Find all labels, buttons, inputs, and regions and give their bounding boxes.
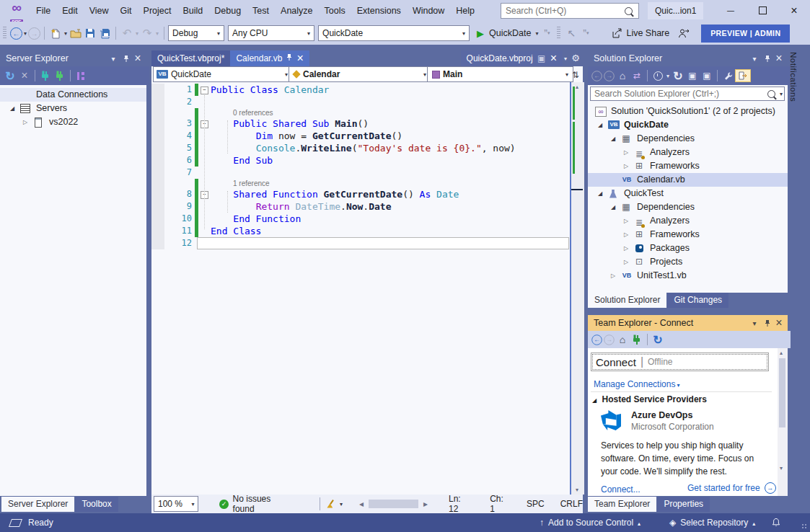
preview-selected-items-toggle[interactable] — [735, 69, 751, 82]
maximize-button[interactable] — [747, 0, 778, 21]
member-dropdown[interactable]: Main — [427, 66, 573, 82]
sql-object-explorer-icon[interactable] — [74, 68, 88, 83]
startup-project-dropdown[interactable]: QuickDate — [318, 25, 470, 41]
run-dropdown-icon[interactable] — [535, 30, 538, 37]
tree-item-analyzers[interactable]: ▷Analyzers — [588, 214, 788, 228]
menu-project[interactable]: Project — [138, 0, 177, 22]
collapse-icon[interactable]: ◢ — [608, 200, 618, 214]
tree-item-analyzers[interactable]: ▷Analyzers — [588, 146, 788, 159]
save-all-icon[interactable] — [97, 26, 112, 40]
minimize-button[interactable] — [715, 0, 747, 21]
horizontal-scrollbar-thumb[interactable] — [369, 500, 418, 508]
panel-menu-icon[interactable] — [749, 51, 760, 66]
code-line[interactable]: 9 Return DateTime.Now.Date — [151, 200, 570, 213]
solution-configuration-dropdown[interactable]: Debug — [168, 25, 224, 41]
tab-team-explorer[interactable]: Team Explorer — [588, 497, 656, 512]
collapse-region-icon[interactable] — [201, 87, 208, 94]
keep-open-icon[interactable] — [537, 54, 546, 63]
issues-label[interactable]: No issues found — [233, 494, 291, 514]
notifications-tab[interactable]: Notifications — [789, 52, 798, 102]
tab-quickdate-vbproj-preview[interactable]: QuickDate.vbproj — [461, 50, 563, 66]
tab-quicktest-vbproj[interactable]: QuickTest.vbproj* — [151, 50, 230, 66]
hosted-providers-section[interactable]: ◢ Hosted Service Providers — [592, 394, 707, 404]
home-icon[interactable] — [615, 332, 630, 347]
code-cleanup-icon[interactable] — [324, 497, 338, 511]
live-share-button[interactable]: Live Share — [612, 28, 669, 38]
add-to-source-control-button[interactable]: Add to Source Control — [540, 513, 640, 532]
code-cleanup-dropdown-icon[interactable] — [340, 501, 343, 507]
show-all-files-icon[interactable] — [700, 68, 714, 83]
collapse-all-icon[interactable] — [685, 68, 700, 83]
expand-icon[interactable]: ▷ — [621, 255, 631, 269]
menu-debug[interactable]: Debug — [208, 0, 247, 22]
code-line[interactable]: 8 Shared Function GetCurrentDate() As Da… — [151, 188, 570, 200]
codelens-row[interactable]: 1 reference — [151, 179, 570, 188]
tree-item-vs2022[interactable]: ▷vs2022 — [0, 115, 146, 129]
sync-with-active-document-icon[interactable] — [630, 68, 644, 83]
tab-properties[interactable]: Properties — [657, 497, 710, 512]
split-window-icon[interactable] — [568, 68, 583, 82]
tree-item-data-connections[interactable]: Data Connections — [0, 88, 146, 102]
menu-file[interactable]: File — [30, 0, 56, 22]
zoom-dropdown[interactable]: 100 % — [154, 496, 198, 512]
connect-page-header[interactable]: Connect | Offline — [591, 353, 769, 371]
new-file-icon[interactable] — [48, 26, 63, 40]
codelens-references[interactable]: 0 references — [211, 108, 570, 118]
line-indicator[interactable]: Ln: 12 — [449, 494, 471, 514]
codelens-references[interactable]: 1 reference — [211, 179, 570, 188]
solution-platform-dropdown[interactable]: Any CPU — [228, 25, 314, 41]
open-file-icon[interactable] — [69, 26, 83, 40]
redo-icon[interactable] — [140, 26, 154, 40]
hot-reload-icon[interactable]: ”▾ — [540, 26, 554, 40]
visual-studio-logo-icon[interactable]: ∞PRE — [6, 2, 27, 21]
close-icon[interactable] — [296, 50, 303, 67]
pin-icon[interactable] — [762, 51, 773, 66]
back-icon[interactable] — [591, 71, 602, 81]
expand-icon[interactable]: ▷ — [621, 228, 631, 241]
tab-toolbox[interactable]: Toolbox — [75, 497, 118, 512]
expand-icon[interactable]: ▷ — [621, 241, 631, 255]
scroll-down-icon[interactable]: ▾ — [571, 487, 583, 493]
get-started-link[interactable]: Get started for free — [687, 482, 776, 494]
apply-changes-icon[interactable]: ”▾ — [578, 26, 593, 40]
menu-analyze[interactable]: Analyze — [275, 0, 318, 22]
properties-wrench-icon[interactable] — [721, 68, 735, 83]
expand-icon[interactable]: ▷ — [621, 214, 631, 228]
menu-window[interactable]: Window — [407, 0, 450, 22]
tree-item-dependencies[interactable]: ◢Dependencies — [588, 132, 788, 146]
code-line[interactable]: 10 End Function — [151, 213, 570, 225]
find-symbol-icon[interactable]: ↖ — [564, 26, 578, 40]
spaces-indicator[interactable]: SPC — [527, 499, 545, 509]
undo-dropdown-icon[interactable] — [136, 30, 138, 37]
tree-item-calendar-vb[interactable]: VBCalendar.vb — [588, 173, 788, 187]
tree-item-quicktest[interactable]: ◢QuickTest — [588, 187, 788, 200]
tab-solution-explorer[interactable]: Solution Explorer — [588, 293, 666, 308]
tree-item-projects[interactable]: ▷Projects — [588, 255, 788, 269]
notifications-bell-button[interactable] — [772, 513, 780, 532]
menu-help[interactable]: Help — [450, 0, 480, 22]
code-line[interactable]: 2 — [151, 96, 570, 108]
select-repository-button[interactable]: Select Repository — [669, 513, 755, 532]
back-icon[interactable] — [591, 334, 602, 345]
panel-menu-icon[interactable] — [749, 316, 760, 330]
column-indicator[interactable]: Ch: 1 — [490, 494, 509, 514]
solution-search-input[interactable] — [591, 89, 767, 99]
code-line[interactable]: 4 Dim now = GetCurrentDate() — [151, 130, 570, 142]
new-file-dropdown-icon[interactable] — [64, 30, 67, 37]
close-button[interactable] — [778, 0, 810, 21]
search-options-icon[interactable] — [780, 91, 783, 97]
tree-item-servers[interactable]: ◢Servers — [0, 102, 146, 115]
tree-item-unittest1-vb[interactable]: ▷VBUnitTest1.vb — [588, 269, 788, 283]
collapse-icon[interactable]: ◢ — [608, 132, 618, 146]
scroll-left-icon[interactable] — [354, 497, 369, 511]
codelens-row[interactable]: 0 references — [151, 108, 570, 118]
code-line[interactable]: 1Public Class Calendar — [151, 84, 570, 96]
close-icon[interactable] — [132, 51, 144, 66]
scrollbar-thumb[interactable] — [779, 358, 785, 427]
tree-item-frameworks[interactable]: ▷Frameworks — [588, 159, 788, 173]
line-ending-indicator[interactable]: CRLF — [560, 499, 583, 509]
menu-extensions[interactable]: Extensions — [351, 0, 407, 22]
pin-icon[interactable] — [120, 51, 132, 66]
refresh-icon[interactable] — [671, 68, 685, 83]
save-icon[interactable] — [83, 26, 97, 40]
